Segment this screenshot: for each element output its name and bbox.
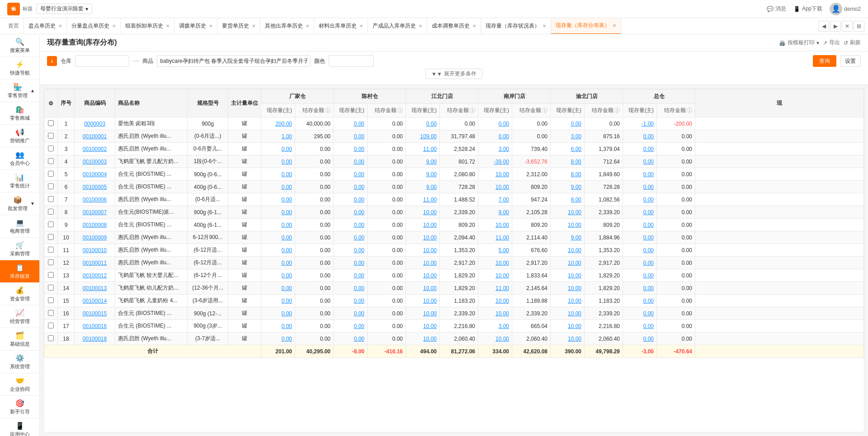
app-download-btn[interactable]: 📱 App下载 bbox=[793, 5, 822, 13]
tab-stock-distribution[interactable]: 现存量（库存分布表） ✕ bbox=[551, 18, 621, 34]
cell-factory-amt: 295.00 bbox=[295, 130, 334, 143]
tab-close-icon[interactable]: ✕ bbox=[419, 23, 422, 28]
cell-checkbox[interactable] bbox=[44, 295, 58, 307]
export-label: 导出 bbox=[829, 39, 840, 47]
warehouse-select[interactable]: 母婴行业演示陈套 ▾ bbox=[36, 4, 92, 14]
sidebar-item-marketing[interactable]: 📢 营销推广 bbox=[0, 125, 39, 147]
cell-index: 8 bbox=[58, 206, 75, 219]
tab-close-icon[interactable]: ✕ bbox=[542, 23, 546, 28]
cell-checkbox[interactable] bbox=[44, 269, 58, 282]
color-input[interactable] bbox=[329, 55, 374, 67]
sidebar-item-retail[interactable]: 🏪 零售管理 ▲ bbox=[0, 80, 39, 102]
cell-checkbox[interactable] bbox=[44, 333, 58, 345]
refresh-btn[interactable]: ↺ 刷新 bbox=[844, 39, 861, 47]
cell-factory-amt: 0.00 bbox=[295, 193, 334, 206]
cell-checkbox[interactable] bbox=[44, 193, 58, 206]
sidebar-item-appcenter[interactable]: 📱 应用中心 bbox=[0, 418, 39, 436]
tab-close-icon[interactable]: ✕ bbox=[58, 23, 62, 28]
warehouse-input[interactable] bbox=[75, 55, 129, 67]
sidebar-item-search[interactable]: 🔍 搜索英单 bbox=[0, 34, 39, 57]
tab-close-icon[interactable]: ✕ bbox=[166, 23, 170, 28]
cell-name: 飞鹤星飞帆 较大婴儿配... bbox=[115, 269, 188, 282]
sidebar-item-retailstat[interactable]: 📊 零售统计 bbox=[0, 170, 39, 192]
cell-total-qty: 0.00 bbox=[623, 231, 657, 244]
tab-close-icon[interactable]: ✕ bbox=[359, 23, 363, 28]
cell-nanan-qty: 0.00 bbox=[478, 130, 512, 143]
tab-stock-status[interactable]: 现存量（库存状况表） ✕ bbox=[481, 18, 551, 34]
cell-checkbox[interactable] bbox=[44, 320, 58, 333]
settings-gear-icon[interactable]: ⚙ bbox=[48, 100, 53, 107]
cell-checkbox[interactable] bbox=[44, 181, 58, 193]
sidebar-item-system[interactable]: ⚙️ 系统管理 bbox=[0, 351, 39, 373]
cell-checkbox[interactable] bbox=[44, 282, 58, 295]
cell-checkbox[interactable] bbox=[44, 168, 58, 181]
cell-factory-qty: 0.00 bbox=[261, 320, 295, 333]
tab-material-outbound[interactable]: 材料出库单历史 ✕ bbox=[314, 18, 368, 34]
sidebar-item-operations[interactable]: 📈 经营管理 bbox=[0, 305, 39, 328]
sidebar-item-collab[interactable]: 🤝 企业协同 bbox=[0, 373, 39, 396]
tab-split-history[interactable]: 分量盘点单历史 ✕ bbox=[67, 18, 121, 34]
message-btn[interactable]: 💬 消息 bbox=[767, 5, 786, 13]
filter-expand-btn[interactable]: › bbox=[47, 56, 57, 66]
cell-code: 00100016 bbox=[75, 320, 115, 333]
cell-chen-amt: 0.00 bbox=[368, 206, 406, 219]
cell-chen-qty: 0.00 bbox=[334, 307, 368, 320]
cell-checkbox[interactable] bbox=[44, 206, 58, 219]
sidebar-label-guide: 新手引导 bbox=[10, 408, 30, 415]
tab-close-icon[interactable]: ✕ bbox=[252, 23, 255, 28]
tab-close-icon[interactable]: ✕ bbox=[613, 23, 616, 28]
cell-checkbox[interactable] bbox=[44, 219, 58, 231]
export-btn[interactable]: ↗ 导出 bbox=[823, 39, 840, 47]
print-btn[interactable]: 🖨️ 按模板打印 ▾ bbox=[779, 39, 819, 47]
sidebar-item-finance[interactable]: 💰 资金管理 bbox=[0, 283, 39, 305]
cell-checkbox[interactable] bbox=[44, 244, 58, 257]
sidebar-item-purchase[interactable]: 🛒 采购管理 bbox=[0, 238, 39, 260]
tab-close-icon[interactable]: ✕ bbox=[472, 23, 476, 28]
sidebar-item-wholesale[interactable]: 📦 批发管理 ▼ bbox=[0, 192, 39, 215]
tab-close-icon[interactable]: ✕ bbox=[306, 23, 309, 28]
tab-close-icon[interactable]: ✕ bbox=[112, 23, 116, 28]
sidebar-item-retailshop[interactable]: 🛍️ 零售商城 bbox=[0, 102, 39, 125]
cell-checkbox[interactable] bbox=[44, 307, 58, 320]
tab-other-outbound[interactable]: 其他出库单历史 ✕ bbox=[260, 18, 314, 34]
cell-jiangbei-qty: 10.00 bbox=[406, 282, 440, 295]
cell-nanan-qty: 11.00 bbox=[478, 282, 512, 295]
cell-chen-amt: 0.00 bbox=[368, 117, 406, 130]
user-menu[interactable]: 👤 demo2 bbox=[830, 3, 861, 15]
cell-checkbox[interactable] bbox=[44, 130, 58, 143]
settings-btn[interactable]: 设置 bbox=[840, 55, 861, 67]
tab-close-icon[interactable]: ✕ bbox=[209, 23, 212, 28]
cell-chen-amt: 0.00 bbox=[368, 143, 406, 155]
sidebar-item-basic[interactable]: 🗂️ 基础信息 bbox=[0, 328, 39, 351]
search-btn[interactable]: 查询 bbox=[813, 55, 836, 67]
cell-checkbox[interactable] bbox=[44, 257, 58, 269]
sidebar-item-member[interactable]: 👥 会员中心 bbox=[0, 147, 39, 170]
cell-nanan-amt: 665.04 bbox=[512, 320, 551, 333]
cell-checkbox[interactable] bbox=[44, 117, 58, 130]
goods-input[interactable] bbox=[157, 55, 311, 67]
data-table: ⚙ 序号 商品编码 商品名称 规格型号 主计量单位 厂家仓 陈村仓 江北门店 南… bbox=[44, 89, 864, 358]
cell-checkbox[interactable] bbox=[44, 231, 58, 244]
tab-home[interactable]: 首页 bbox=[4, 18, 24, 34]
tab-transfer-history[interactable]: 调拨单历史 ✕ bbox=[175, 18, 217, 34]
expand-label: 展开更多条件 bbox=[444, 70, 476, 78]
cell-jiangbei-qty: 10.00 bbox=[406, 307, 440, 320]
cell-checkbox[interactable] bbox=[44, 155, 58, 168]
sidebar-item-quicknav[interactable]: ⚡ 快捷导航 bbox=[0, 57, 39, 80]
nav-prev-btn[interactable]: ◀ bbox=[818, 21, 829, 32]
tab-inventory-history[interactable]: 盘点单历史 ✕ bbox=[24, 18, 67, 34]
tab-product-inbound[interactable]: 产成品入库单历史 ✕ bbox=[368, 18, 427, 34]
cell-checkbox[interactable] bbox=[44, 143, 58, 155]
tab-assembly-history[interactable]: 组装拆卸单历史 ✕ bbox=[121, 18, 175, 34]
expand-more-btn[interactable]: ▼▼ 展开更多条件 bbox=[425, 69, 482, 79]
tab-requisition-history[interactable]: 要货单历史 ✕ bbox=[217, 18, 260, 34]
nav-expand-btn[interactable]: ⊞ bbox=[854, 21, 864, 32]
sidebar-item-ecommerce[interactable]: 💻 电商管理 bbox=[0, 215, 39, 238]
sidebar-item-guide[interactable]: 🎯 新手引导 bbox=[0, 396, 39, 418]
cell-total-amt: 0.00 bbox=[657, 333, 695, 345]
cell-nanan-qty: -39.00 bbox=[478, 155, 512, 168]
nav-close-all-btn[interactable]: ✕ bbox=[842, 21, 853, 32]
sidebar-item-inventory[interactable]: 📋 库存核算 bbox=[0, 260, 39, 283]
tab-cost-adjustment[interactable]: 成本调整单历史 ✕ bbox=[427, 18, 481, 34]
nav-next-btn[interactable]: ▶ bbox=[830, 21, 841, 32]
